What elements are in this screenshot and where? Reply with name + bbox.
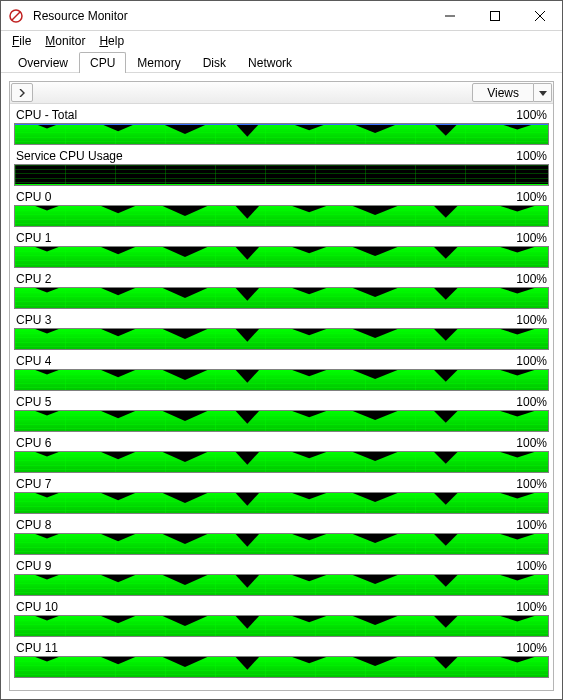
svg-marker-19 <box>292 206 326 212</box>
graph-name: CPU 1 <box>16 231 516 245</box>
svg-marker-78 <box>500 493 534 498</box>
svg-marker-46 <box>500 329 534 334</box>
menu-help[interactable]: Help <box>92 33 131 49</box>
svg-marker-48 <box>101 370 135 377</box>
svg-marker-61 <box>434 411 457 423</box>
graph-block: CPU 8100% <box>14 518 549 555</box>
graph-area <box>14 123 549 145</box>
svg-marker-8 <box>101 124 135 131</box>
maximize-button[interactable] <box>472 1 517 30</box>
graph-percent: 100% <box>516 559 547 573</box>
svg-marker-31 <box>35 288 58 293</box>
svg-marker-10 <box>236 124 259 137</box>
graph-header: CPU 1100% <box>14 231 549 246</box>
minimize-button[interactable] <box>427 1 472 30</box>
graph-area <box>14 492 549 514</box>
tab-network[interactable]: Network <box>237 52 303 73</box>
svg-marker-101 <box>434 616 457 628</box>
menu-file[interactable]: File <box>5 33 38 49</box>
graph-area <box>14 369 549 391</box>
graph-dips <box>15 288 548 308</box>
svg-marker-79 <box>35 534 58 539</box>
graph-baseline <box>15 184 548 185</box>
svg-marker-50 <box>236 370 259 383</box>
tab-disk[interactable]: Disk <box>192 52 237 73</box>
graph-header: CPU 6100% <box>14 436 549 451</box>
svg-marker-73 <box>163 493 208 503</box>
svg-marker-66 <box>236 452 259 465</box>
graph-percent: 100% <box>516 600 547 614</box>
cpu-graphs-panel: Views CPU - Total100%Service CPU Usage10… <box>9 81 554 691</box>
svg-marker-76 <box>353 493 398 502</box>
svg-marker-39 <box>35 329 58 334</box>
graph-percent: 100% <box>516 641 547 655</box>
svg-marker-32 <box>101 288 135 295</box>
graph-block: Service CPU Usage100% <box>14 149 549 186</box>
graph-header: CPU 5100% <box>14 395 549 410</box>
graph-name: Service CPU Usage <box>16 149 516 163</box>
svg-marker-58 <box>236 411 259 424</box>
graph-dips <box>15 616 548 636</box>
svg-marker-43 <box>292 329 326 335</box>
graph-block: CPU 11100% <box>14 641 549 678</box>
svg-marker-16 <box>101 206 135 213</box>
views-dropdown[interactable] <box>534 83 552 102</box>
svg-marker-36 <box>353 288 398 297</box>
graph-area <box>14 328 549 350</box>
graph-block: CPU 6100% <box>14 436 549 473</box>
svg-marker-92 <box>353 575 398 584</box>
svg-marker-84 <box>353 534 398 543</box>
graph-dips <box>15 206 548 226</box>
graph-percent: 100% <box>516 354 547 368</box>
close-button[interactable] <box>517 1 562 30</box>
svg-marker-89 <box>163 575 208 585</box>
graph-header: CPU 0100% <box>14 190 549 205</box>
graph-area <box>14 410 549 432</box>
svg-marker-63 <box>35 452 58 457</box>
graph-grid <box>15 165 548 185</box>
svg-marker-29 <box>434 247 457 259</box>
panel-toolbar: Views <box>10 82 553 104</box>
svg-marker-74 <box>236 493 259 506</box>
svg-marker-34 <box>236 288 259 301</box>
graph-percent: 100% <box>516 477 547 491</box>
views-label[interactable]: Views <box>472 83 534 102</box>
svg-marker-55 <box>35 411 58 416</box>
graph-header: CPU - Total100% <box>14 108 549 123</box>
graph-highlight-line <box>15 124 548 125</box>
graph-block: CPU 3100% <box>14 313 549 350</box>
graph-name: CPU 7 <box>16 477 516 491</box>
svg-marker-69 <box>434 452 457 464</box>
svg-marker-62 <box>500 411 534 416</box>
graph-header: Service CPU Usage100% <box>14 149 549 164</box>
graph-header: CPU 8100% <box>14 518 549 533</box>
graph-header: CPU 3100% <box>14 313 549 328</box>
collapse-toggle[interactable] <box>11 83 33 102</box>
graph-percent: 100% <box>516 313 547 327</box>
menu-monitor[interactable]: Monitor <box>38 33 92 49</box>
svg-marker-37 <box>434 288 457 300</box>
svg-marker-6 <box>539 91 547 96</box>
svg-marker-108 <box>353 657 398 666</box>
svg-rect-3 <box>490 11 499 20</box>
svg-marker-9 <box>163 124 208 134</box>
tab-cpu[interactable]: CPU <box>79 52 126 73</box>
graph-percent: 100% <box>516 190 547 204</box>
svg-marker-33 <box>163 288 208 298</box>
svg-marker-98 <box>236 616 259 629</box>
svg-marker-24 <box>101 247 135 254</box>
titlebar[interactable]: Resource Monitor <box>1 1 562 31</box>
svg-marker-103 <box>35 657 58 662</box>
svg-marker-97 <box>163 616 208 626</box>
graph-area <box>14 451 549 473</box>
svg-marker-99 <box>292 616 326 622</box>
graph-percent: 100% <box>516 108 547 122</box>
svg-marker-107 <box>292 657 326 663</box>
graph-name: CPU 3 <box>16 313 516 327</box>
svg-marker-110 <box>500 657 534 662</box>
tab-overview[interactable]: Overview <box>7 52 79 73</box>
svg-marker-94 <box>500 575 534 580</box>
svg-marker-18 <box>236 206 259 219</box>
tab-memory[interactable]: Memory <box>126 52 191 73</box>
views-control[interactable]: Views <box>472 83 552 102</box>
